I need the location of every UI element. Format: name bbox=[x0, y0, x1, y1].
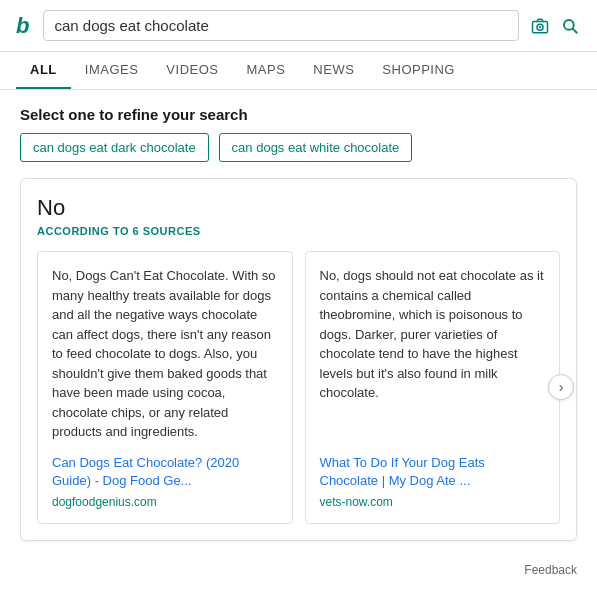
refine-buttons: can dogs eat dark chocolate can dogs eat… bbox=[20, 133, 577, 162]
source-card-2-footer: What To Do If Your Dog Eats Chocolate | … bbox=[320, 454, 546, 509]
source-card-1-text: No, Dogs Can't Eat Chocolate. With so ma… bbox=[52, 266, 278, 442]
refine-button-dark-chocolate[interactable]: can dogs eat dark chocolate bbox=[20, 133, 209, 162]
source-cards: No, Dogs Can't Eat Chocolate. With so ma… bbox=[37, 251, 560, 524]
source-card-1-footer: Can Dogs Eat Chocolate? (2020 Guide) - D… bbox=[52, 454, 278, 509]
refine-button-white-chocolate[interactable]: can dogs eat white chocolate bbox=[219, 133, 413, 162]
svg-line-4 bbox=[573, 28, 577, 32]
answer-sources: ACCORDING TO 6 SOURCES bbox=[37, 225, 560, 237]
tab-all[interactable]: ALL bbox=[16, 52, 71, 89]
search-input[interactable] bbox=[54, 17, 508, 34]
tab-news[interactable]: NEWS bbox=[299, 52, 368, 89]
tab-maps[interactable]: MAPS bbox=[232, 52, 299, 89]
answer-heading: No bbox=[37, 195, 560, 221]
svg-point-2 bbox=[539, 26, 541, 28]
camera-icon bbox=[531, 17, 549, 35]
source-card-2: No, dogs should not eat chocolate as it … bbox=[305, 251, 561, 524]
tab-shopping[interactable]: SHOPPING bbox=[368, 52, 469, 89]
search-bar-container bbox=[43, 10, 519, 41]
bing-logo: b bbox=[16, 13, 29, 39]
feedback-bar: Feedback bbox=[0, 557, 597, 583]
search-icons bbox=[529, 15, 581, 37]
refine-section: Select one to refine your search can dog… bbox=[20, 106, 577, 162]
nav-tabs: ALL IMAGES VIDEOS MAPS NEWS SHOPPING bbox=[0, 52, 597, 90]
camera-search-button[interactable] bbox=[529, 15, 551, 37]
carousel-next-button[interactable]: › bbox=[548, 374, 574, 400]
source-card-1: No, Dogs Can't Eat Chocolate. With so ma… bbox=[37, 251, 293, 524]
search-button[interactable] bbox=[559, 15, 581, 37]
refine-title: Select one to refine your search bbox=[20, 106, 577, 123]
tab-videos[interactable]: VIDEOS bbox=[152, 52, 232, 89]
search-header: b bbox=[0, 0, 597, 52]
feedback-link[interactable]: Feedback bbox=[524, 563, 577, 577]
search-icon bbox=[561, 17, 579, 35]
source-card-2-domain: vets-now.com bbox=[320, 495, 393, 509]
answer-box: No ACCORDING TO 6 SOURCES No, Dogs Can't… bbox=[20, 178, 577, 541]
source-card-1-domain: dogfoodgenius.com bbox=[52, 495, 157, 509]
tab-images[interactable]: IMAGES bbox=[71, 52, 153, 89]
main-content: Select one to refine your search can dog… bbox=[0, 90, 597, 557]
source-card-1-link[interactable]: Can Dogs Eat Chocolate? (2020 Guide) - D… bbox=[52, 454, 278, 490]
source-card-2-link[interactable]: What To Do If Your Dog Eats Chocolate | … bbox=[320, 454, 546, 490]
source-card-2-text: No, dogs should not eat chocolate as it … bbox=[320, 266, 546, 442]
